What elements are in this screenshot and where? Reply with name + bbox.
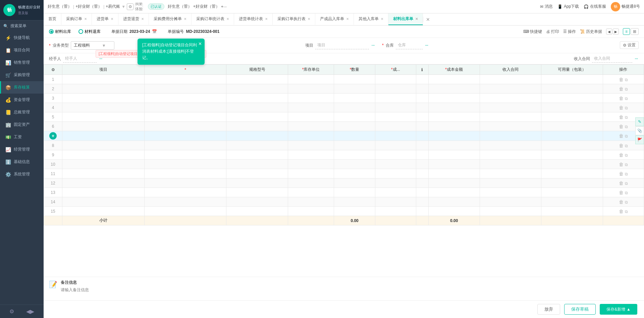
sidebar-item-assets[interactable]: 🏢 固定资产 — [0, 118, 44, 131]
copy-row-btn[interactable]: ⧉ — [625, 209, 628, 214]
delete-row-btn[interactable]: 🗑 — [619, 133, 624, 139]
delete-row-btn[interactable]: 🗑 — [619, 124, 624, 129]
copy-row-btn[interactable]: ⧉ — [625, 77, 628, 82]
copy-row-btn[interactable]: ⧉ — [625, 181, 628, 186]
copy-row-btn[interactable]: ⧉ — [625, 191, 628, 195]
topbar-experience-btn[interactable]: ☁ 我要体验一下 — [135, 3, 143, 11]
notes-input[interactable] — [61, 287, 639, 293]
copy-row-btn[interactable]: ⧉ — [625, 124, 628, 129]
calendar-icon[interactable]: 📅 — [152, 29, 157, 34]
sidebar-item-management[interactable]: 📈 经营管理 — [0, 143, 44, 156]
operation-btn[interactable]: ☰ 操作 — [563, 29, 576, 35]
sidebar-item-purchase[interactable]: 🛒 采购管理 — [0, 69, 44, 81]
shortcut-btn[interactable]: ⌨ 快捷键 — [523, 29, 542, 35]
sidebar-item-basicinfo[interactable]: ℹ️ 基础信息 — [0, 156, 44, 168]
sidebar-item-ledger[interactable]: 📒 总账管理 — [0, 106, 44, 118]
sidebar-settings-btn[interactable]: ⚙ — [9, 308, 14, 315]
tab-purchase-in[interactable]: 进货单 ✕ — [92, 13, 118, 25]
sidebar-item-salary[interactable]: 💵 工资 — [0, 131, 44, 143]
copy-row-btn[interactable]: ⧉ — [625, 87, 628, 92]
tab-close-purchase-order[interactable]: ✕ — [84, 17, 87, 21]
sidebar-item-sales[interactable]: 📊 销售管理 — [0, 56, 44, 69]
topbar-nav2[interactable]: +好业财（菅） — [75, 4, 102, 9]
handler-input[interactable]: 经手人 — [63, 55, 97, 63]
delete-row-btn[interactable]: 🗑 — [619, 152, 624, 158]
topbar-settings-icon[interactable]: ⚙ — [127, 3, 133, 10]
delete-row-btn[interactable]: 🗑 — [619, 180, 624, 186]
msg-btn[interactable]: ✉ 消息 — [540, 4, 553, 9]
tab-purchase-return[interactable]: 进货退货 ✕ — [118, 13, 149, 25]
dropdown-arrow-icon[interactable]: ▲ — [627, 307, 631, 312]
delete-row-btn[interactable]: 🗑 — [619, 114, 624, 120]
copy-row-btn[interactable]: ⧉ — [625, 172, 628, 176]
delete-row-btn[interactable]: 🗑 — [619, 171, 624, 176]
tabs-close-all-btn[interactable]: ✕ — [423, 17, 433, 22]
save-draft-btn[interactable]: 保存草稿 — [564, 304, 596, 315]
biz-type-select[interactable]: 工程领料 ▼ — [71, 41, 114, 50]
rp-clip-btn[interactable]: 📎 — [635, 126, 644, 135]
rp-flag-btn[interactable]: 🚩 — [635, 136, 644, 144]
tab-purchase-split[interactable]: 采购费用分摊单 ✕ — [149, 13, 192, 25]
row7-material-input[interactable] — [146, 134, 225, 138]
tab-purchase-stat[interactable]: 采购订单统计表 ✕ — [192, 13, 234, 25]
tab-close-purchase-exec[interactable]: ✕ — [308, 17, 310, 21]
delete-row-btn[interactable]: 🗑 — [619, 143, 624, 148]
delete-row-btn[interactable]: 🗑 — [619, 86, 624, 92]
tab-close-purchase-return[interactable]: ✕ — [141, 17, 144, 21]
delete-row-btn[interactable]: 🗑 — [619, 96, 624, 101]
copy-row-btn[interactable]: ⧉ — [625, 162, 628, 167]
user-info[interactable]: 畅 畅捷通8号 — [611, 2, 640, 11]
copy-row-btn[interactable]: ⧉ — [625, 144, 628, 148]
sidebar-item-system[interactable]: ⚙️ 系统管理 — [0, 168, 44, 180]
income-contract-expand-btn[interactable]: ··· — [634, 57, 639, 61]
tab-other-in[interactable]: 其他入库单 ✕ — [354, 13, 388, 25]
add-row-btn[interactable]: + — [49, 132, 57, 140]
project-input[interactable]: 项目 — [315, 41, 369, 49]
th-gear[interactable]: ⚙ — [44, 65, 62, 75]
tab-close-other-in[interactable]: ✕ — [381, 17, 383, 21]
delete-row-btn[interactable]: 🗑 — [619, 77, 624, 82]
sidebar-item-inventory[interactable]: 📦 库存核算 — [0, 81, 44, 94]
tab-purchase-exec[interactable]: 采购订单执行表 ✕ — [273, 13, 315, 25]
list-view-btn[interactable]: ≡ — [623, 28, 630, 35]
tab-close-purchase-in[interactable]: ✕ — [111, 17, 113, 21]
topbar-nav5[interactable]: +好业财（菅） — [193, 4, 220, 9]
tab-home[interactable]: 首页 — [44, 13, 61, 25]
tab-product-in[interactable]: 产成品入库单 ✕ — [315, 13, 354, 25]
online-service-btn[interactable]: 🎧 在线客服 — [584, 4, 606, 9]
tab-close-purchase-split[interactable]: ✕ — [184, 17, 186, 21]
tab-material-out[interactable]: 材料出库单 ✕ — [388, 13, 423, 25]
rp-edit-btn[interactable]: ✎ — [635, 117, 644, 126]
copy-row-btn[interactable]: ⧉ — [625, 96, 628, 101]
tab-close-material-out[interactable]: ✕ — [415, 17, 418, 21]
save-new-btn[interactable]: 保存&新增 ▲ — [600, 304, 637, 315]
delete-row-btn[interactable]: 🗑 — [619, 209, 624, 214]
sidebar-collapse-btn[interactable]: ◀▶ — [26, 308, 34, 315]
row7-project-input[interactable] — [64, 134, 143, 138]
warehouse-expand-btn[interactable]: ··· — [425, 43, 429, 47]
topbar-nav1[interactable]: 好生意（菅） — [48, 4, 72, 9]
topbar-nav4[interactable]: 好生意（菅） — [168, 4, 192, 9]
tab-purchase-order[interactable]: 采购订单 ✕ — [61, 13, 92, 25]
topbar-nav3[interactable]: +易代账 — [106, 4, 120, 9]
radio-material-out[interactable]: 材料出库 — [49, 29, 71, 35]
delete-row-btn[interactable]: 🗑 — [619, 162, 624, 167]
tab-close-inbound-stat[interactable]: ✕ — [265, 17, 268, 21]
sidebar-item-nav[interactable]: ⚡ 快捷导航 — [0, 32, 44, 44]
discard-btn[interactable]: 放弃 — [537, 304, 560, 315]
history-btn[interactable]: 📜 历史单据 — [580, 29, 602, 35]
delete-row-btn[interactable]: 🗑 — [619, 199, 624, 205]
income-contract-input[interactable]: 收入合同 — [592, 55, 632, 63]
tab-inbound-stat[interactable]: 进货单统计表 ✕ — [234, 13, 273, 25]
copy-row-btn[interactable]: ⧉ — [625, 134, 628, 139]
delete-row-btn[interactable]: 🗑 — [619, 105, 624, 110]
next-btn[interactable]: ▶ — [613, 29, 619, 35]
print-btn[interactable]: 🖨 打印 — [546, 29, 559, 35]
project-expand-btn[interactable]: ··· — [371, 43, 375, 47]
grid-view-btn[interactable]: ⊞ — [631, 28, 639, 35]
tooltip-close-btn[interactable]: ✕ — [198, 41, 202, 48]
radio-material-return[interactable]: 材料退库 — [78, 29, 101, 35]
copy-row-btn[interactable]: ⧉ — [625, 153, 628, 158]
tab-close-product-in[interactable]: ✕ — [346, 17, 349, 21]
copy-row-btn[interactable]: ⧉ — [625, 200, 628, 205]
